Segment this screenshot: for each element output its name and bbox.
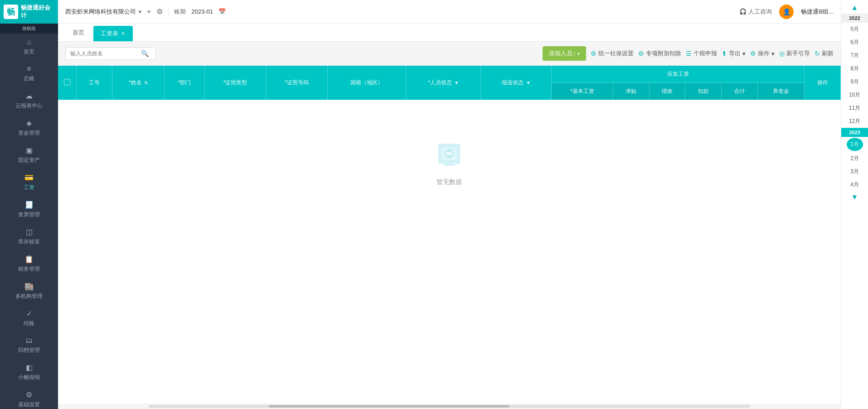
human-service-btn[interactable]: 🎧 人工咨询 — [739, 8, 772, 16]
export-icon: ⬆ — [722, 50, 727, 57]
name-sort-icon[interactable]: ⇅ — [144, 80, 148, 85]
add-person-btn[interactable]: 添加人员 ▾ — [543, 46, 586, 61]
sidebar-item-archive[interactable]: 🗂 归档管理 — [0, 332, 58, 359]
salary-icon: 💳 — [24, 173, 34, 182]
sidebar-item-fixed-assets[interactable]: ▣ 固定资产 — [0, 141, 58, 169]
th-dept: *部门 — [165, 66, 205, 100]
tab-close-btn[interactable]: ✕ — [121, 30, 126, 37]
th-cert-type: *证照类型 — [204, 66, 266, 100]
month-2022-10[interactable]: 10月 — [841, 88, 868, 102]
add-person-dropdown-arrow[interactable]: ▾ — [574, 51, 580, 56]
user-avatar[interactable]: 👤 — [779, 5, 794, 19]
period-value: 2023-01 — [191, 8, 213, 15]
report-status-filter-icon[interactable]: ▼ — [526, 80, 531, 85]
personal-tax-label: 个税申报 — [693, 49, 717, 58]
archive-icon: 🗂 — [25, 336, 33, 345]
company-dropdown-arrow: ▾ — [139, 9, 141, 15]
month-2022-07[interactable]: 7月 — [841, 49, 868, 62]
calendar-icon[interactable]: 📅 — [218, 8, 226, 15]
sidebar-logo: 畅 畅捷通好会计 — [0, 0, 58, 24]
search-icon[interactable]: 🔍 — [141, 50, 149, 57]
month-2023-04[interactable]: 4月 — [841, 178, 868, 191]
sidebar-label-salary: 工资 — [24, 184, 34, 191]
refresh-icon: ↻ — [815, 50, 820, 57]
multi-org-icon: 🏬 — [24, 282, 34, 291]
special-deduction-btn[interactable]: ⚙ 专项附加扣除 — [638, 49, 681, 58]
sidebar-item-ledger[interactable]: ≡ 总账 — [0, 60, 58, 87]
new-guide-btn[interactable]: ◎ 新手引导 — [779, 49, 810, 58]
year-2023-section: 2023 1月 2月 3月 4月 — [841, 128, 868, 191]
operations-arrow: ▾ — [771, 50, 775, 57]
personal-tax-btn[interactable]: ☰ 个税申报 — [686, 49, 717, 58]
refresh-label: 刷新 — [822, 49, 834, 58]
refresh-btn[interactable]: ↻ 刷新 — [815, 49, 834, 58]
tab-home[interactable]: 首页 — [65, 25, 92, 41]
sidebar-label-home: 首页 — [24, 48, 34, 56]
month-2022-06[interactable]: 6月 — [841, 36, 868, 49]
company-selector[interactable]: 西安虾米网络科技有限公司 ▾ — [65, 8, 141, 16]
year-2023-label[interactable]: 2023 — [841, 128, 868, 137]
scrollbar-thumb[interactable] — [269, 405, 509, 408]
sidebar-item-inventory[interactable]: ◫ 库存核算 — [0, 223, 58, 250]
sidebar-label-fund: 资金管理 — [18, 129, 40, 137]
new-guide-icon: ◎ — [779, 50, 785, 57]
tab-bar: 首页 工资表 ✕ — [58, 24, 841, 42]
month-2022-09[interactable]: 9月 — [841, 75, 868, 88]
person-status-filter-icon[interactable]: ▼ — [454, 80, 459, 85]
company-name: 西安虾米网络科技有限公司 — [65, 8, 136, 16]
year-2022-label[interactable]: 2022 — [841, 14, 868, 23]
th-checkbox[interactable] — [58, 66, 76, 100]
operations-btn[interactable]: ⚙ 操作 ▾ — [750, 49, 775, 58]
month-2022-11[interactable]: 11月 — [841, 102, 868, 115]
month-2023-03[interactable]: 3月 — [841, 165, 868, 178]
operations-icon: ⚙ — [750, 50, 756, 57]
logo-text: 畅捷通好会计 — [21, 4, 54, 19]
sidebar-item-settle[interactable]: ✓ 结账 — [0, 305, 58, 332]
sidebar-item-settings[interactable]: ⚙ 基础设置 — [0, 386, 58, 409]
empty-state: 暂无数据 — [58, 100, 841, 223]
th-total: 合计 — [722, 83, 758, 100]
month-2022-05[interactable]: 5月 — [841, 23, 868, 36]
calendar-up-arrow[interactable]: ▲ — [849, 2, 860, 14]
social-security-btn[interactable]: ⚙ 统一社保设置 — [591, 49, 634, 58]
toolbar-right: 添加人员 ▾ ⚙ 统一社保设置 ⚙ 专项附加扣除 ☰ 个税申报 ⬆ 导出 ▾ ⚙ — [543, 46, 834, 61]
sidebar-item-home[interactable]: ⌂ 首页 — [0, 34, 58, 60]
company-settings-btn[interactable]: ⚙ — [156, 7, 163, 16]
month-2022-12[interactable]: 12月 — [841, 115, 868, 128]
inventory-icon: ◫ — [26, 228, 33, 236]
toolbar: 🔍 添加人员 ▾ ⚙ 统一社保设置 ⚙ 专项附加扣除 ☰ 个税申报 ⬆ 导出 — [58, 42, 841, 66]
sidebar-item-multi-org[interactable]: 🏬 多机构管理 — [0, 278, 58, 305]
invoice-icon: 🧾 — [24, 200, 34, 209]
period-label: 账期 — [174, 8, 186, 16]
search-input[interactable] — [70, 50, 138, 57]
horizontal-scrollbar[interactable] — [58, 404, 841, 409]
select-all-checkbox[interactable] — [64, 79, 70, 85]
sidebar-item-tax[interactable]: 📋 税务管理 — [0, 250, 58, 278]
tab-home-label: 首页 — [73, 29, 84, 36]
sidebar-label-expense: 小畅报销 — [18, 374, 40, 381]
sidebar-item-salary[interactable]: 💳 工资 — [0, 169, 58, 196]
export-label: 导出 — [729, 49, 741, 58]
add-company-btn[interactable]: + — [147, 8, 151, 16]
sidebar-label-cloud: 云报表中心 — [15, 102, 43, 110]
month-2022-08[interactable]: 8月 — [841, 62, 868, 75]
headset-icon: 🎧 — [739, 8, 747, 15]
th-report-status[interactable]: 报送状态 ▼ — [481, 66, 552, 100]
month-2023-01[interactable]: 1月 — [847, 138, 863, 151]
th-name[interactable]: *姓名 ⇅ — [112, 66, 165, 100]
sidebar-item-cloud-report[interactable]: ☁ 云报表中心 — [0, 87, 58, 114]
sidebar-item-fund[interactable]: ◈ 资金管理 — [0, 114, 58, 141]
month-2023-02[interactable]: 2月 — [841, 152, 868, 165]
sidebar-item-invoice[interactable]: 🧾 发票管理 — [0, 196, 58, 223]
th-person-status[interactable]: *人员状态 ▼ — [406, 66, 481, 100]
export-btn[interactable]: ⬆ 导出 ▾ — [722, 49, 746, 58]
tax-icon: 📋 — [24, 255, 34, 263]
table-container: 工号 *姓名 ⇅ *部门 *证照类型 *证照号码 国籍（地区） *人员状态 ▼ … — [58, 66, 841, 404]
tab-salary-table[interactable]: 工资表 ✕ — [93, 26, 133, 41]
topbar: 西安虾米网络科技有限公司 ▾ + ⚙ 账期 2023-01 📅 🎧 人工咨询 👤… — [58, 0, 841, 24]
calendar-down-arrow[interactable]: ▼ — [849, 191, 860, 203]
sidebar-item-expense[interactable]: ◧ 小畅报销 — [0, 359, 58, 386]
sidebar-label-multi-org: 多机构管理 — [15, 292, 43, 300]
sidebar-label-settle: 结账 — [24, 320, 34, 327]
sidebar-label-archive: 归档管理 — [18, 346, 40, 354]
